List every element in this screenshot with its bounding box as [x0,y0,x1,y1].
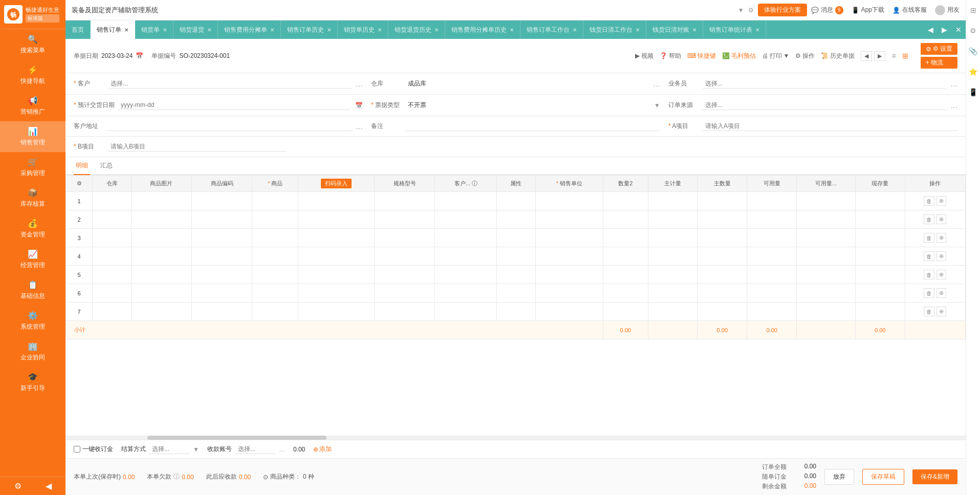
row-customer-code[interactable] [435,284,497,303]
row-main-qty[interactable] [698,303,747,321]
row-available2[interactable] [797,247,856,266]
save-new-button[interactable]: 保存&新增 [912,469,957,484]
row-main-unit[interactable] [648,284,698,303]
sidebar-item-enterprise[interactable]: 🏢 企业协同 [0,336,66,367]
tab-next-icon[interactable]: ▶ [938,20,951,39]
row-attribute[interactable] [497,247,536,266]
row-attribute[interactable] [497,229,536,247]
copy-row-button[interactable]: ⊕ [937,288,946,298]
row-goods[interactable] [252,303,298,321]
row-code[interactable] [192,284,252,303]
tab-sales-expense[interactable]: 销售费用分摊单 ✕ [218,20,281,39]
quick-order-checkbox[interactable]: 一键收订金 [74,445,113,454]
tab-close-icon[interactable]: ✕ [327,27,331,33]
tab-close-icon[interactable]: ✕ [163,27,167,33]
row-stock[interactable] [855,229,905,247]
history-action[interactable]: 📜 历史单据 [821,52,855,60]
scan-input-button[interactable]: 扫码录入 [321,179,352,188]
tab-order-workbench[interactable]: 销售订单工作台 ✕ [520,20,583,39]
row-available2[interactable] [797,284,856,303]
right-panel-icon-5[interactable]: 📱 [967,86,979,98]
copy-row-button[interactable]: ⊕ [937,196,946,206]
sidebar-item-marketing[interactable]: 📢 营销推广 [0,91,66,121]
row-main-qty[interactable] [698,229,747,247]
row-code[interactable] [192,210,252,229]
sidebar-item-purchase[interactable]: 🛒 采购管理 [0,152,66,183]
sidebar-item-inventory[interactable]: 📦 库存核算 [0,183,66,213]
row-customer-code[interactable] [435,210,497,229]
shortcut-action[interactable]: ⌨ 快捷键 [687,52,716,60]
video-action[interactable]: ▶ 视频 [635,52,654,60]
row-available2[interactable] [797,210,856,229]
row-available2[interactable] [797,266,856,284]
row-unit[interactable] [535,266,603,284]
right-panel-icon-4[interactable]: ⭐ [967,66,979,78]
tab-return-history[interactable]: 销货退货历史 ✕ [388,20,445,39]
row-code[interactable] [192,192,252,210]
row-qty2[interactable] [603,247,648,266]
list-view-icon[interactable]: ≡ [891,52,896,60]
tab-prev-icon[interactable]: ◀ [924,20,938,39]
quick-order-check[interactable] [74,446,80,453]
row-warehouse[interactable] [93,192,132,210]
discard-button[interactable]: 放弃 [824,469,854,485]
delete-row-button[interactable]: 🗑 [924,270,934,279]
row-image[interactable] [131,284,191,303]
sidebar-item-finance[interactable]: 💰 资金管理 [0,213,66,244]
row-goods[interactable] [252,266,298,284]
prev-record-button[interactable]: ◀ [861,51,872,61]
row-main-qty[interactable] [698,192,747,210]
delete-row-button[interactable]: 🗑 [924,288,934,298]
sidebar-item-system[interactable]: ⚙️ 系统管理 [0,306,66,336]
address-input[interactable] [107,121,353,131]
tab-close-icon[interactable]: ✕ [124,27,128,33]
tab-sales-invoice[interactable]: 销货单 ✕ [135,20,173,39]
row-warehouse[interactable] [93,210,132,229]
row-main-qty[interactable] [698,284,747,303]
print-action[interactable]: 🖨 打印 ▼ [762,52,790,60]
row-spec[interactable] [375,229,435,247]
tab-close-icon[interactable]: ✕ [755,27,759,33]
industry-plan-button[interactable]: 体验行业方案 [758,4,807,16]
row-spec[interactable] [375,266,435,284]
tab-cash-workbench[interactable]: 钱货日清工作台 ✕ [583,20,646,39]
row-main-unit[interactable] [648,266,698,284]
tab-close-icon[interactable]: ✕ [510,27,514,33]
app-download-button[interactable]: 📱 App下载 [852,6,884,14]
account-more-icon[interactable]: … [279,446,285,453]
calendar-icon[interactable]: 📅 [136,52,143,59]
row-customer-code[interactable] [435,303,497,321]
row-warehouse[interactable] [93,303,132,321]
tab-close-icon[interactable]: ✕ [692,27,696,33]
add-logistics-button[interactable]: + 物流 [921,57,957,69]
row-spec[interactable] [375,247,435,266]
address-more-icon[interactable]: … [356,122,363,131]
copy-row-button[interactable]: ⊕ [937,214,946,224]
delivery-cal-icon[interactable]: 📅 [355,102,363,109]
tab-order-stats[interactable]: 销售订单统计表 ✕ [703,20,766,39]
tab-close-all-icon[interactable]: ✕ [951,20,966,39]
row-attribute[interactable] [497,266,536,284]
tab-detail[interactable]: 明细 [74,157,90,175]
copy-row-button[interactable]: ⊕ [937,251,946,261]
profit-forecast-action[interactable]: 💹 毛利预估 [722,52,756,60]
delete-row-button[interactable]: 🗑 [924,251,934,261]
row-goods[interactable] [252,229,298,247]
row-image[interactable] [131,247,191,266]
row-qty2[interactable] [603,284,648,303]
tab-summary[interactable]: 汇总 [98,157,115,175]
row-image[interactable] [131,210,191,229]
row-code[interactable] [192,303,252,321]
collapse-icon[interactable]: ◀ [46,481,52,491]
messages-button[interactable]: 💬 消息 9 [811,6,843,14]
delete-row-button[interactable]: 🗑 [924,307,934,316]
row-qty2[interactable] [603,210,648,229]
row-spec[interactable] [375,303,435,321]
settings-icon[interactable]: ⚙ [748,7,754,14]
row-warehouse[interactable] [93,229,132,247]
row-warehouse[interactable] [93,247,132,266]
tab-close-icon[interactable]: ✕ [207,27,211,33]
row-main-unit[interactable] [648,229,698,247]
tab-close-icon[interactable]: ✕ [434,27,439,33]
row-unit[interactable] [535,229,603,247]
